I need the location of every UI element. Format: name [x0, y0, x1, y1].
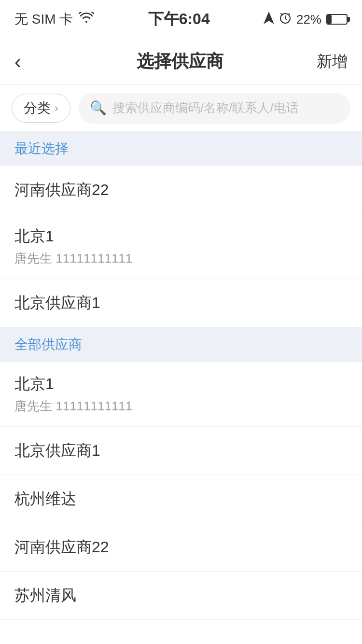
all-list-item[interactable]: 北京1唐先生 11111111111	[0, 362, 362, 427]
search-icon: 🔍	[90, 100, 107, 116]
search-box[interactable]: 🔍 搜索供应商编码/名称/联系人/电话	[78, 93, 350, 124]
recent-section-label: 最近选择	[14, 140, 69, 158]
location-icon	[264, 12, 274, 28]
category-button[interactable]: 分类 ›	[12, 94, 70, 123]
supplier-name: 杭州维达	[14, 489, 348, 510]
supplier-contact: 唐先生 11111111111	[14, 398, 348, 415]
supplier-contact: 唐先生 11111111111	[14, 250, 348, 267]
recent-section-header: 最近选择	[0, 131, 362, 166]
new-add-button[interactable]: 新增	[317, 51, 348, 72]
status-left: 无 SIM 卡	[14, 10, 94, 28]
all-list-item[interactable]: 河南供应商22	[0, 523, 362, 572]
nav-bar: ‹ 选择供应商 新增	[0, 39, 362, 85]
all-list-item[interactable]: 杭州维达	[0, 475, 362, 523]
alarm-icon	[279, 12, 292, 28]
category-label: 分类	[24, 99, 51, 117]
supplier-name: 苏州清风	[14, 585, 348, 606]
wifi-icon	[79, 12, 94, 27]
battery-percentage: 22%	[296, 12, 321, 27]
all-list: 北京1唐先生 11111111111北京供应商1杭州维达河南供应商22苏州清风	[0, 362, 362, 620]
recent-list-item[interactable]: 北京供应商1	[0, 279, 362, 327]
status-bar: 无 SIM 卡 下午6:04 22%	[0, 0, 362, 39]
supplier-name: 河南供应商22	[14, 537, 348, 558]
filter-bar: 分类 › 🔍 搜索供应商编码/名称/联系人/电话	[0, 85, 362, 131]
carrier-text: 无 SIM 卡	[14, 10, 73, 28]
status-time: 下午6:04	[148, 9, 210, 30]
nav-title: 选择供应商	[137, 50, 223, 73]
battery-icon	[326, 14, 348, 25]
recent-list-item[interactable]: 北京1唐先生 11111111111	[0, 214, 362, 279]
chevron-right-icon: ›	[55, 101, 58, 115]
recent-list-item[interactable]: 河南供应商22	[0, 166, 362, 214]
all-section-label: 全部供应商	[14, 336, 82, 354]
all-list-item[interactable]: 北京供应商1	[0, 427, 362, 475]
all-section-header: 全部供应商	[0, 327, 362, 362]
supplier-name: 北京供应商1	[14, 440, 348, 462]
supplier-name: 北京1	[14, 226, 348, 247]
search-placeholder: 搜索供应商编码/名称/联系人/电话	[112, 99, 299, 116]
supplier-name: 北京1	[14, 374, 348, 395]
recent-list: 河南供应商22北京1唐先生 11111111111北京供应商1	[0, 166, 362, 327]
all-list-item[interactable]: 苏州清风	[0, 572, 362, 620]
back-button[interactable]: ‹	[14, 50, 43, 73]
supplier-name: 河南供应商22	[14, 180, 348, 201]
status-right: 22%	[264, 12, 348, 28]
supplier-name: 北京供应商1	[14, 293, 348, 314]
